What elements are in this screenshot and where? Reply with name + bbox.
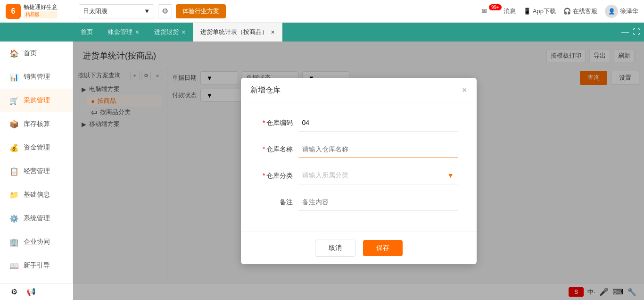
inventory-icon: 📦 — [9, 120, 19, 129]
sidebar-item-operation-label: 经营管理 — [24, 167, 50, 175]
try-btn[interactable]: 体验行业方案 — [176, 4, 226, 18]
sidebar-item-finance-label: 资金管理 — [24, 143, 50, 152]
modal-footer: 取消 保存 — [241, 232, 477, 264]
sidebar-item-inventory[interactable]: 📦 库存核算 — [0, 112, 73, 136]
settings-icon[interactable]: ⚙ — [158, 4, 172, 18]
search-value: 日太阳膜 — [83, 7, 107, 16]
tab-home-label: 首页 — [81, 28, 93, 36]
sidebar-item-purchase[interactable]: 🛒 采购管理 — [0, 89, 73, 112]
chevron-down-icon: ▼ — [144, 8, 150, 15]
sidebar-item-basic[interactable]: 📁 基础信息 — [0, 183, 73, 207]
sales-icon: 📊 — [9, 73, 19, 82]
name-label: 仓库名称 — [260, 145, 293, 154]
sidebar-item-sales-label: 销售管理 — [24, 73, 50, 81]
sidebar-item-sales[interactable]: 📊 销售管理 — [0, 65, 73, 89]
modal-add-warehouse: 新增仓库 × 仓库编码 仓库名称 仓库分类 — [241, 78, 477, 264]
save-btn[interactable]: 保存 — [363, 240, 403, 256]
tab-account-close[interactable]: × — [135, 28, 139, 36]
sidebar-item-guide[interactable]: 📖 新手引导 — [0, 254, 73, 277]
bottom-left: ⚙ 📢 — [8, 285, 38, 299]
modal-body: 仓库编码 仓库名称 仓库分类 请输入所属分类 ▼ — [241, 103, 477, 232]
top-right: ✉ 99+ 消息 📱 App下载 🎧 在线客服 👤 徐泽华 — [482, 5, 638, 18]
sidebar-item-home-label: 首页 — [24, 49, 37, 58]
notification-badge: 99+ — [489, 4, 502, 10]
user-btn[interactable]: 👤 徐泽华 — [605, 5, 638, 18]
tab-purchase-return-label: 进货退货 — [154, 28, 179, 36]
basic-icon: 📁 — [9, 191, 19, 200]
top-bar: 6 畅捷通好生意 精易版 日太阳膜 ▼ ⚙ 体验行业方案 ✉ 99+ 消息 📱 … — [0, 0, 644, 23]
code-label: 仓库编码 — [260, 119, 293, 127]
tab-purchase-stats-label: 进货单统计表（按商品） — [200, 28, 268, 36]
bottom-settings-icon[interactable]: ⚙ — [8, 285, 21, 299]
message-btn[interactable]: ✉ 99+ 消息 — [482, 7, 516, 16]
modal-overlay[interactable]: 新增仓库 × 仓库编码 仓库名称 仓库分类 — [73, 42, 644, 300]
sidebar-item-operation[interactable]: 📋 经营管理 — [0, 159, 73, 183]
form-row-note: 备注 — [260, 194, 458, 211]
message-label: 消息 — [504, 7, 516, 16]
warehouse-note-input[interactable] — [298, 194, 458, 211]
operation-icon: 📋 — [9, 167, 19, 176]
tab-account-label: 账套管理 — [108, 28, 132, 36]
logo-text: 畅捷通好生意 — [24, 4, 58, 11]
tab-expand-icon[interactable]: ⛶ — [633, 28, 640, 36]
tab-purchase-return-close[interactable]: × — [182, 28, 185, 36]
form-row-code: 仓库编码 — [260, 115, 458, 132]
app-label: App下载 — [533, 7, 556, 16]
category-chevron-icon: ▼ — [447, 172, 454, 179]
tab-account[interactable]: 账套管理 × — [100, 23, 147, 42]
username: 徐泽华 — [620, 7, 638, 16]
service-label: 在线客服 — [573, 7, 597, 16]
sidebar-item-home[interactable]: 🏠 首页 — [0, 42, 73, 65]
sidebar-item-inventory-label: 库存核算 — [24, 120, 50, 128]
cancel-btn[interactable]: 取消 — [315, 240, 355, 257]
sidebar-item-collab-label: 企业协同 — [24, 238, 50, 246]
sidebar-item-guide-label: 新手引导 — [24, 261, 50, 270]
form-row-name: 仓库名称 — [260, 141, 458, 158]
finance-icon: 💰 — [9, 143, 19, 152]
service-btn[interactable]: 🎧 在线客服 — [563, 7, 597, 16]
logo-icon: 6 — [6, 4, 21, 19]
tab-home[interactable]: 首页 — [73, 23, 100, 42]
logo-area: 6 畅捷通好生意 精易版 — [6, 4, 79, 19]
modal-close-icon[interactable]: × — [462, 85, 467, 95]
system-icon: ⚙️ — [9, 214, 19, 223]
logo-badge: 精易版 — [24, 11, 58, 18]
avatar: 👤 — [605, 5, 618, 18]
sidebar-item-finance[interactable]: 💰 资金管理 — [0, 136, 73, 159]
tab-purchase-return[interactable]: 进货退货 × — [147, 23, 193, 42]
home-icon: 🏠 — [9, 49, 19, 58]
modal-title: 新增仓库 — [250, 85, 281, 95]
modal-header: 新增仓库 × — [241, 78, 477, 103]
tab-purchase-stats-close[interactable]: × — [271, 28, 274, 36]
search-area: 日太阳膜 ▼ ⚙ 体验行业方案 — [79, 4, 482, 18]
sidebar-item-collab[interactable]: 🏢 企业协同 — [0, 230, 73, 254]
warehouse-category-select[interactable]: 请输入所属分类 ▼ — [298, 167, 458, 184]
bottom-speaker-icon[interactable]: 📢 — [25, 285, 38, 299]
tab-bar-right: — ⛶ — [621, 28, 644, 36]
tab-purchase-stats[interactable]: 进货单统计表（按商品） × — [193, 23, 282, 42]
content-area: 进货单统计(按商品) 按模板打印 导出 刷新 按以下方案查询 + ⚙ « — [73, 42, 644, 300]
message-icon: ✉ — [482, 8, 487, 15]
sidebar-item-basic-label: 基础信息 — [24, 191, 50, 199]
tab-bar: 首页 账套管理 × 进货退货 × 进货单统计表（按商品） × — ⛶ — [0, 23, 644, 42]
app-download-btn[interactable]: 📱 App下载 — [523, 7, 556, 16]
warehouse-name-input[interactable] — [298, 141, 458, 158]
note-label: 备注 — [260, 198, 293, 207]
sidebar: 🏠 首页 📊 销售管理 🛒 采购管理 📦 库存核算 💰 资金管理 📋 经营管理 … — [0, 42, 73, 300]
sidebar-item-system[interactable]: ⚙️ 系统管理 — [0, 207, 73, 230]
main-layout: 🏠 首页 📊 销售管理 🛒 采购管理 📦 库存核算 💰 资金管理 📋 经营管理 … — [0, 42, 644, 300]
tab-minimize-icon[interactable]: — — [621, 28, 629, 36]
sidebar-item-purchase-label: 采购管理 — [24, 96, 50, 105]
app-icon: 📱 — [523, 8, 531, 15]
guide-icon: 📖 — [9, 261, 19, 270]
category-placeholder: 请输入所属分类 — [302, 171, 348, 180]
form-row-category: 仓库分类 请输入所属分类 ▼ — [260, 167, 458, 184]
collab-icon: 🏢 — [9, 238, 19, 247]
purchase-icon: 🛒 — [9, 96, 19, 105]
sidebar-item-system-label: 系统管理 — [24, 214, 50, 223]
headphone-icon: 🎧 — [563, 8, 571, 15]
category-label: 仓库分类 — [260, 172, 293, 180]
warehouse-code-input[interactable] — [298, 115, 458, 132]
logo-text-block: 畅捷通好生意 精易版 — [24, 4, 58, 19]
search-select[interactable]: 日太阳膜 ▼ — [79, 4, 154, 18]
